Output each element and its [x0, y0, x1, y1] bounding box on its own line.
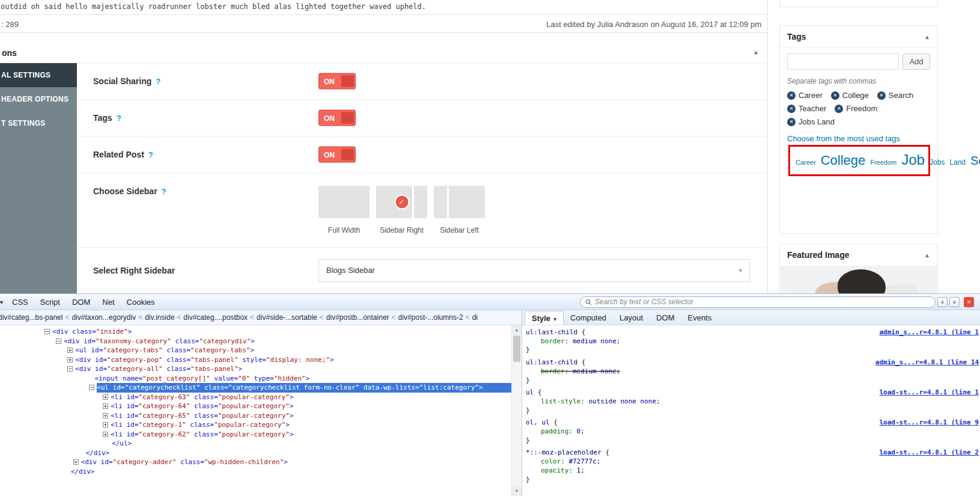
- panel-tab-layout[interactable]: Layout: [613, 311, 650, 325]
- find-previous-icon[interactable]: [937, 297, 948, 307]
- breadcrumb-item[interactable]: di: [471, 313, 479, 322]
- tree-node[interactable]: −<ul id="categorychecklist" class="categ…: [0, 383, 511, 393]
- sidebar-item-header-options[interactable]: HEADER OPTIONS: [0, 87, 77, 111]
- collapse-icon[interactable]: −: [44, 329, 50, 334]
- help-icon[interactable]: ?: [156, 77, 160, 86]
- tree-node[interactable]: −<div id="taxonomy-category" class="cate…: [0, 337, 511, 346]
- tree-node[interactable]: +<li id="category-64" class="popular-cat…: [0, 402, 511, 411]
- css-source-link[interactable]: load-st...r=4.8.1 (line 1: [879, 388, 979, 397]
- help-icon[interactable]: ?: [117, 114, 121, 123]
- css-property[interactable]: padding: 0;: [526, 427, 980, 436]
- firebug-tab-net[interactable]: Net: [96, 295, 120, 309]
- featured-image-header[interactable]: Featured Image: [780, 244, 937, 266]
- collapse-icon[interactable]: [924, 245, 930, 266]
- expand-icon[interactable]: +: [67, 348, 73, 353]
- collapse-icon[interactable]: −: [67, 366, 73, 372]
- tree-node[interactable]: +<li id="category-63" class="popular-cat…: [0, 393, 511, 402]
- tag-cloud-item[interactable]: College: [821, 153, 866, 168]
- firebug-tab-css[interactable]: CSS: [6, 295, 34, 309]
- social-sharing-toggle[interactable]: ON: [318, 73, 356, 90]
- help-icon[interactable]: ?: [162, 187, 166, 196]
- remove-tag-icon[interactable]: [787, 118, 796, 126]
- expand-icon[interactable]: +: [67, 357, 73, 363]
- css-source-link[interactable]: load-st...r=4.8.1 (line 9: [879, 418, 979, 427]
- scroll-up-icon[interactable]: [512, 325, 522, 335]
- collapse-icon[interactable]: [753, 49, 759, 55]
- tags-toggle[interactable]: ON: [318, 110, 356, 126]
- featured-image[interactable]: [781, 266, 937, 294]
- tag-cloud-item[interactable]: Land: [949, 158, 966, 167]
- breadcrumb-item[interactable]: div#categ....postbox: [182, 313, 249, 322]
- tag-cloud-item[interactable]: Jobs: [930, 158, 945, 167]
- css-selector[interactable]: ul: [526, 388, 534, 396]
- right-sidebar-select[interactable]: Blogs Sidebar: [318, 259, 750, 282]
- tree-node[interactable]: +<ul id="category-tabs" class="category-…: [0, 346, 511, 355]
- css-selector[interactable]: ul:last-child: [526, 328, 577, 336]
- tag-cloud-item[interactable]: Career: [796, 159, 816, 166]
- remove-tag-icon[interactable]: [787, 105, 796, 113]
- scroll-down-icon[interactable]: [512, 486, 522, 496]
- related-post-toggle[interactable]: ON: [318, 147, 356, 163]
- tree-node[interactable]: </ul>: [0, 439, 511, 449]
- css-selector[interactable]: ul:last-child: [526, 358, 577, 366]
- firebug-tab-dom[interactable]: DOM: [66, 295, 96, 309]
- breadcrumb-item[interactable]: div.inside: [144, 313, 175, 322]
- css-property[interactable]: border: medium none;: [526, 367, 980, 376]
- breadcrumb-item[interactable]: div#postb...ontainer: [325, 313, 391, 322]
- scrollbar-thumb[interactable]: [513, 335, 520, 362]
- expand-icon[interactable]: +: [103, 422, 108, 427]
- search-input[interactable]: [595, 298, 930, 306]
- find-next-icon[interactable]: [949, 297, 960, 307]
- breadcrumb-item[interactable]: div#categ...bs-panel: [0, 313, 64, 322]
- sidebar-item-post-settings[interactable]: T SETTINGS: [0, 111, 77, 135]
- tree-node[interactable]: +<div id="category-pop" class="tabs-pane…: [0, 355, 511, 365]
- breadcrumb-item[interactable]: div#post-...olumns-2: [397, 313, 464, 322]
- help-icon[interactable]: ?: [148, 150, 153, 159]
- tree-node[interactable]: −<div class="inside">: [0, 327, 511, 337]
- css-selector[interactable]: ol, ul: [526, 418, 550, 426]
- expand-icon[interactable]: +: [103, 403, 108, 409]
- panel-tab-events[interactable]: Events: [681, 311, 718, 325]
- remove-tag-icon[interactable]: [787, 91, 796, 100]
- css-property[interactable]: list-style: outside none none;: [526, 397, 980, 406]
- close-icon[interactable]: [964, 297, 974, 307]
- sidebar-item-general-settings[interactable]: AL SETTINGS: [0, 63, 77, 87]
- collapse-icon[interactable]: −: [56, 338, 61, 344]
- css-selector[interactable]: *::-moz-placeholder: [526, 449, 601, 456]
- panel-tab-computed[interactable]: Computed: [564, 311, 613, 325]
- firebug-tab-cookies[interactable]: Cookies: [121, 295, 161, 309]
- layout-option-full-width[interactable]: [318, 186, 370, 218]
- remove-tag-icon[interactable]: [831, 91, 839, 100]
- expand-icon[interactable]: +: [103, 413, 108, 418]
- tag-cloud-item[interactable]: Search: [970, 154, 980, 167]
- css-source-link[interactable]: admin_s...r=4.8.1 (line 1: [879, 328, 979, 337]
- expand-icon[interactable]: +: [73, 459, 79, 465]
- panel-tab-dom[interactable]: DOM: [650, 311, 681, 325]
- layout-option-sidebar-right[interactable]: [376, 186, 427, 218]
- layout-option-sidebar-left[interactable]: [434, 186, 485, 218]
- tree-node[interactable]: −<div id="category-all" class="tabs-pane…: [0, 364, 511, 374]
- tag-cloud-item[interactable]: Job: [901, 152, 925, 168]
- panel-tab-style[interactable]: Style: [525, 311, 564, 325]
- tags-metabox-header[interactable]: Tags: [780, 26, 937, 47]
- css-property[interactable]: opacity: 1;: [526, 467, 980, 476]
- remove-tag-icon[interactable]: [877, 91, 886, 100]
- tree-node[interactable]: </div>: [0, 449, 511, 458]
- new-tag-input[interactable]: [787, 54, 899, 70]
- tag-cloud-item[interactable]: Freedom: [870, 159, 896, 166]
- css-source-link[interactable]: load-st...r=4.8.1 (line 2: [879, 449, 979, 458]
- expand-icon[interactable]: +: [103, 394, 108, 400]
- tree-node[interactable]: +<li id="category-65" class="popular-cat…: [0, 411, 511, 421]
- most-used-tags-link[interactable]: Choose from the most used tags: [787, 134, 930, 143]
- tree-node[interactable]: <input name="post_category[]" value="0" …: [0, 374, 511, 384]
- firebug-tab-script[interactable]: Script: [34, 295, 66, 309]
- tree-node[interactable]: +<li id="category-62" class="popular-cat…: [0, 430, 511, 439]
- collapse-icon[interactable]: −: [89, 385, 94, 390]
- tree-node[interactable]: </div>: [0, 467, 511, 477]
- breadcrumb-item[interactable]: div#taxon...egorydiv: [70, 313, 137, 322]
- expand-icon[interactable]: +: [103, 432, 108, 437]
- css-source-link[interactable]: admin_s...r=4.8.1 (line 14: [875, 358, 979, 367]
- add-tag-button[interactable]: Add: [902, 54, 930, 70]
- css-property[interactable]: border: medium none;: [526, 337, 980, 346]
- collapse-icon[interactable]: [924, 26, 930, 48]
